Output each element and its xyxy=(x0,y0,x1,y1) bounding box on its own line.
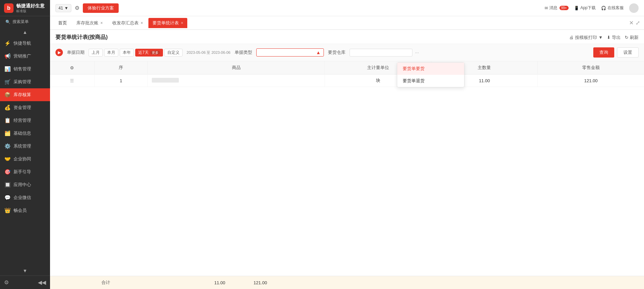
sidebar-item-marketing[interactable]: 📢 营销推广 xyxy=(0,50,50,63)
search-icon: 🔍 xyxy=(5,20,10,24)
col-header-product: 商品 xyxy=(147,61,325,74)
topbar-settings-icon[interactable]: ⚙ xyxy=(75,5,79,11)
sidebar-item-label: 销售管理 xyxy=(14,66,46,72)
more-badge: 更多 xyxy=(150,51,160,54)
app-download-button[interactable]: 📱 App下载 xyxy=(574,5,596,11)
sidebar-collapse-button[interactable]: ◀◀ xyxy=(38,279,46,286)
tab-summary[interactable]: 收发存汇总表 × xyxy=(108,18,147,28)
message-icon: ✉ xyxy=(545,6,548,10)
page-header: 要货单统计表(按商品) 🖨 按模板打印 ▼ ⬇ 导出 ↻ 刷新 xyxy=(50,30,644,44)
date-last-month[interactable]: 上月 xyxy=(89,49,103,57)
print-label: 按模板打印 xyxy=(575,35,597,41)
tab-order-stat-close[interactable]: × xyxy=(181,21,183,25)
phone-icon: 📱 xyxy=(574,6,579,10)
sidebar-item-label: 采购管理 xyxy=(14,79,46,85)
export-button[interactable]: ⬇ 导出 xyxy=(607,35,621,41)
refresh-button[interactable]: ↻ 刷新 xyxy=(625,35,639,41)
org-selector[interactable]: 41 ▼ xyxy=(55,4,71,12)
sidebar-item-finance[interactable]: 💰 资金管理 xyxy=(0,101,50,114)
tab-batch-close[interactable]: × xyxy=(100,21,103,25)
query-button[interactable]: 查询 xyxy=(593,47,614,58)
close-all-icon[interactable]: ✕ xyxy=(629,20,634,26)
sidebar-item-label: 畅会员 xyxy=(14,207,46,214)
messages-badge: 99+ xyxy=(559,6,569,10)
type-filter-select[interactable]: ​ ▲ 要货单要货 要货单退货 xyxy=(256,48,324,57)
user-avatar[interactable] xyxy=(629,3,639,13)
cell-settings[interactable]: ☰ xyxy=(50,74,94,87)
org-name: 41 xyxy=(58,6,63,10)
quick-nav-icon: ⚡ xyxy=(4,40,11,46)
col-header-amount: 零售金额 xyxy=(538,61,644,74)
scroll-down-button[interactable]: ▼ xyxy=(21,267,29,275)
filter-expand-button[interactable]: ▶ xyxy=(55,49,63,56)
settings-footer-icon[interactable]: ⚙ xyxy=(4,279,9,286)
print-button[interactable]: 🖨 按模板打印 ▼ xyxy=(569,35,603,41)
guide-icon: 🎯 xyxy=(4,169,11,175)
sidebar-scroll-down[interactable]: ▼ xyxy=(0,266,50,275)
sidebar-item-quick-nav[interactable]: ⚡ 快捷导航 xyxy=(0,37,50,50)
dropdown-item-return[interactable]: 要货单退货 xyxy=(397,75,464,87)
tab-order-stat[interactable]: 要货单统计表 × xyxy=(148,18,187,28)
sidebar-item-purchase[interactable]: 🛒 采购管理 xyxy=(0,75,50,88)
expand-icon[interactable]: ⤢ xyxy=(636,20,640,26)
date-range-text: 2023-05-06 至 2023-06-06 xyxy=(187,50,231,55)
tab-batch[interactable]: 库存批次账 × xyxy=(72,18,107,28)
table-area: ⚙ 序 商品 主计量单位 主数量 零售金额 ☰ 1 块 11.00 121.00 xyxy=(50,61,644,276)
logo-icon: b xyxy=(4,3,14,13)
topbar-right: ✉ 消息 99+ 📱 App下载 🎧 在线客服 xyxy=(545,3,639,13)
sidebar: b 畅捷通好生意 标准版 🔍 搜索菜单 ▲ ⚡ 快捷导航 📢 营销推广 📊 销售… xyxy=(0,0,50,289)
sidebar-item-wechat[interactable]: 💬 企业微信 xyxy=(0,191,50,204)
scroll-up-button[interactable]: ▲ xyxy=(21,28,29,36)
sidebar-item-enterprise[interactable]: 🤝 企业协同 xyxy=(0,153,50,165)
sales-icon: 📊 xyxy=(4,66,11,72)
sidebar-item-label: 经营管理 xyxy=(14,117,46,124)
date-this-year[interactable]: 本年 xyxy=(120,49,134,57)
sidebar-item-operation[interactable]: 📋 经营管理 xyxy=(0,114,50,127)
online-service-button[interactable]: 🎧 在线客服 xyxy=(601,5,624,11)
sidebar-item-inventory[interactable]: 📦 库存核算 xyxy=(0,88,50,101)
col-header-settings[interactable]: ⚙ xyxy=(50,61,94,74)
messages-button[interactable]: ✉ 消息 99+ xyxy=(545,5,569,11)
sidebar-scroll-up[interactable]: ▲ xyxy=(0,27,50,37)
sidebar-search[interactable]: 🔍 搜索菜单 xyxy=(0,16,50,27)
tab-summary-close[interactable]: × xyxy=(141,21,143,25)
enterprise-icon: 🤝 xyxy=(4,156,11,162)
warehouse-filter-group: ··· xyxy=(350,49,589,57)
refresh-label: 刷新 xyxy=(630,35,639,41)
inventory-icon: 📦 xyxy=(4,92,11,98)
sidebar-item-basic[interactable]: 🗂️ 基础信息 xyxy=(0,127,50,140)
footer-total-amount: 121.00 xyxy=(240,280,281,285)
date-this-month[interactable]: 本月 xyxy=(104,49,118,57)
main-area: 41 ▼ ⚙ 体验行业方案 ✉ 消息 99+ 📱 App下载 🎧 在线客服 xyxy=(50,0,644,289)
cell-amount: 121.00 xyxy=(538,74,644,87)
print-icon: 🖨 xyxy=(569,35,574,40)
dropdown-item-requisition[interactable]: 要货单要货 xyxy=(397,63,464,75)
date-custom[interactable]: 自定义 xyxy=(164,49,183,57)
product-placeholder xyxy=(152,78,179,83)
logo-main-text: 畅捷通好生意 xyxy=(16,3,45,9)
sidebar-item-app-center[interactable]: 🔲 应用中心 xyxy=(0,178,50,191)
filter-bar: ▶ 单据日期 上月 本月 本年 近7天 更多 自定义 2023-05-06 至 … xyxy=(50,44,644,61)
trial-button[interactable]: 体验行业方案 xyxy=(83,3,119,13)
more-options-icon[interactable]: ··· xyxy=(415,50,419,55)
sidebar-item-guide[interactable]: 🎯 新手引导 xyxy=(0,165,50,178)
sidebar-nav: ⚡ 快捷导航 📢 营销推广 📊 销售管理 🛒 采购管理 📦 库存核算 💰 资金管… xyxy=(0,37,50,266)
settings-button[interactable]: 设置 xyxy=(617,47,639,58)
tab-home[interactable]: 首页 xyxy=(54,18,71,28)
warehouse-input[interactable] xyxy=(350,49,412,57)
tab-order-stat-label: 要货单统计表 xyxy=(152,20,179,26)
sidebar-item-label: 基础信息 xyxy=(14,130,46,136)
sidebar-item-member[interactable]: 👑 畅会员 xyxy=(0,204,50,217)
footer-total-label: 合计 xyxy=(54,280,199,286)
col-header-seq: 序 xyxy=(94,61,147,74)
topbar: 41 ▼ ⚙ 体验行业方案 ✉ 消息 99+ 📱 App下载 🎧 在线客服 xyxy=(50,0,644,16)
expand-arrow-icon: ▶ xyxy=(58,50,61,55)
purchase-icon: 🛒 xyxy=(4,79,11,85)
sidebar-item-label: 资金管理 xyxy=(14,105,46,111)
refresh-icon: ↻ xyxy=(625,35,628,40)
sidebar-item-label: 库存核算 xyxy=(14,92,46,98)
sidebar-item-sales[interactable]: 📊 销售管理 xyxy=(0,63,50,75)
date-last7days[interactable]: 近7天 更多 xyxy=(135,49,163,57)
sidebar-item-system[interactable]: ⚙️ 系统管理 xyxy=(0,140,50,153)
basic-icon: 🗂️ xyxy=(4,130,11,136)
